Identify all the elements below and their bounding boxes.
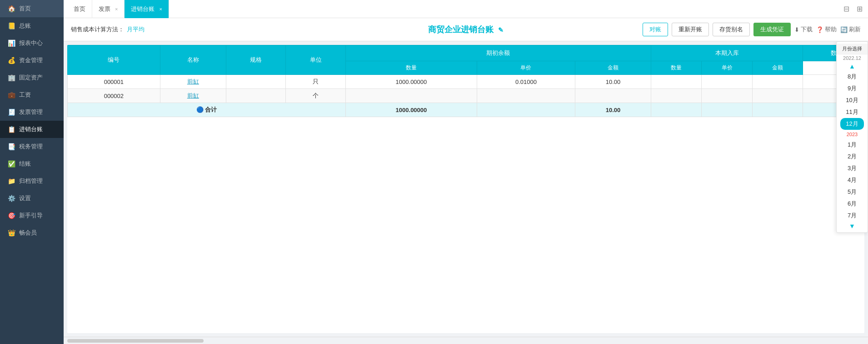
save-alias-button[interactable]: 存货别名 (713, 23, 750, 36)
reconcile-button[interactable]: 对账 (643, 23, 668, 36)
month-panel: 月份选择 2022.12 ▲ 8月 9月 10月 11月 12月 2023 1月… (836, 41, 868, 233)
cost-method-value: 月平均 (127, 25, 145, 34)
row1-init-amount: 10.00 (575, 75, 651, 89)
download-button[interactable]: ⬇ 下载 (794, 25, 813, 34)
month-6[interactable]: 6月 (837, 198, 868, 210)
month-9[interactable]: 9月 (837, 83, 868, 94)
sidebar-item-fund-management[interactable]: 💰 资金管理 (0, 52, 64, 69)
guide-icon: 🎯 (7, 212, 15, 219)
sidebar-item-fixed-assets[interactable]: 🏢 固定资产 (0, 69, 64, 86)
tax-icon: 📑 (7, 143, 15, 150)
month-2[interactable]: 2月 (837, 151, 868, 162)
month-3[interactable]: 3月 (837, 162, 868, 174)
fixed-assets-icon: 🏢 (7, 74, 15, 81)
col-spec-header: 规格 (226, 45, 286, 75)
checkout-icon: ✅ (7, 160, 15, 167)
sidebar-item-beginner-guide[interactable]: 🎯 新手引导 (0, 207, 64, 224)
generate-voucher-button[interactable]: 生成凭证 (753, 23, 791, 36)
in-qty-header: 数量 (651, 61, 702, 75)
month-10[interactable]: 10月 (837, 94, 868, 106)
group-in-header: 本期入库 (651, 45, 803, 61)
tab-home[interactable]: 首页 (67, 0, 92, 18)
tab-invoice[interactable]: 发票 × (92, 0, 125, 18)
tab-invoice-close[interactable]: × (115, 6, 118, 12)
minimize-button[interactable]: ⊟ (842, 5, 851, 13)
sidebar-item-settings[interactable]: ⚙️ 设置 (0, 190, 64, 207)
group-init-balance-header: 期初余额 (345, 45, 651, 61)
sidebar-item-label: 资金管理 (19, 56, 43, 64)
total-init-amount: 10.00 (575, 103, 651, 117)
row2-init-price (477, 89, 575, 103)
row1-in-amount (752, 75, 803, 89)
maximize-button[interactable]: ⊞ (855, 5, 864, 13)
tab-bar: 首页 发票 × 进销台账 × ⊟ ⊞ (64, 0, 868, 18)
col-id-header: 编号 (68, 45, 160, 75)
tab-invoice-label: 发票 (99, 5, 110, 13)
month-12[interactable]: 12月 (840, 118, 864, 130)
scroll-up-button[interactable]: ▲ (837, 62, 868, 71)
month-8[interactable]: 8月 (837, 71, 868, 83)
sidebar-item-general-ledger[interactable]: 📒 总账 (0, 17, 64, 34)
sidebar-item-invoice-management[interactable]: 🧾 发票管理 (0, 103, 64, 121)
toolbar-right: 对账 重新开账 存货别名 生成凭证 ⬇ 下载 ❓ 帮助 🔄 刷新 (643, 23, 861, 36)
invoice-icon: 🧾 (7, 108, 15, 116)
init-price-header: 单价 (477, 61, 575, 75)
sidebar-item-checkout[interactable]: ✅ 结账 (0, 155, 64, 172)
tab-ledger-close[interactable]: × (159, 6, 162, 12)
tab-controls: ⊟ ⊞ (842, 5, 864, 13)
sidebar-item-label: 发票管理 (19, 108, 43, 116)
sidebar-item-label: 归档管理 (19, 177, 43, 185)
init-qty-header: 数量 (345, 61, 477, 75)
sidebar-item-vip-member[interactable]: 👑 畅会员 (0, 224, 64, 241)
page-title: 商贸企业进销台账 ✎ (428, 24, 503, 35)
sidebar-item-report-center[interactable]: 📊 报表中心 (0, 34, 64, 52)
reopen-button[interactable]: 重新开账 (672, 23, 709, 36)
month-11[interactable]: 11月 (837, 106, 868, 118)
in-amount-header: 金额 (752, 61, 803, 75)
month-4[interactable]: 4月 (837, 174, 868, 186)
sidebar-item-home[interactable]: 🏠 首页 (0, 0, 64, 17)
sidebar-item-archive[interactable]: 📁 归档管理 (0, 172, 64, 190)
row2-in-amount (752, 89, 803, 103)
vip-icon: 👑 (7, 229, 15, 236)
scroll-down-button[interactable]: ▼ (837, 221, 868, 231)
tab-ledger[interactable]: 进销台账 × (125, 0, 169, 18)
row1-in-price (702, 75, 752, 89)
row1-id: 000001 (68, 75, 160, 89)
scrollbar-area (64, 337, 868, 344)
row2-init-amount (575, 89, 651, 103)
table-row[interactable]: 000002 前缸 个 (68, 89, 864, 103)
row2-id: 000002 (68, 89, 160, 103)
month-5[interactable]: 5月 (837, 186, 868, 198)
row1-spec (226, 75, 286, 89)
toolbar-left: 销售成本计算方法： 月平均 (71, 25, 639, 34)
sidebar-item-label: 新手引导 (19, 211, 43, 220)
sidebar-item-label: 首页 (19, 5, 31, 13)
row2-init-qty (345, 89, 477, 103)
total-in-price (702, 103, 752, 117)
total-in-qty (651, 103, 702, 117)
month-7[interactable]: 7月 (837, 210, 868, 221)
total-label: 合计 (205, 106, 217, 113)
refresh-button[interactable]: 🔄 刷新 (840, 25, 861, 34)
horizontal-scrollbar[interactable] (67, 339, 204, 343)
row2-spec (226, 89, 286, 103)
row1-in-qty (651, 75, 702, 89)
year-2023-label: 2023 (837, 130, 868, 139)
sidebar-item-tax-management[interactable]: 📑 税务管理 (0, 138, 64, 155)
sidebar-item-label: 报表中心 (19, 39, 43, 47)
sidebar-item-salary[interactable]: 💼 工资 (0, 86, 64, 103)
table-wrapper: 编号 名称 规格 单位 期初余额 本期入库 数 数量 单价 金额 数 (67, 45, 864, 333)
salary-icon: 💼 (7, 91, 15, 98)
table-row[interactable]: 000001 前缸 只 1000.00000 0.01000 10.00 (68, 75, 864, 89)
purchase-sales-icon: 📋 (7, 126, 15, 133)
month-1[interactable]: 1月 (837, 139, 868, 151)
edit-icon[interactable]: ✎ (498, 26, 504, 34)
help-button[interactable]: ❓ 帮助 (816, 25, 837, 34)
col-unit-header: 单位 (286, 45, 346, 75)
tab-ledger-label: 进销台账 (131, 5, 155, 13)
fund-icon: 💰 (7, 57, 15, 64)
total-icon: 🔵 (196, 106, 204, 113)
sidebar-item-purchase-sales-ledger[interactable]: 📋 进销台账 (0, 121, 64, 138)
refresh-icon: 🔄 (840, 26, 848, 33)
